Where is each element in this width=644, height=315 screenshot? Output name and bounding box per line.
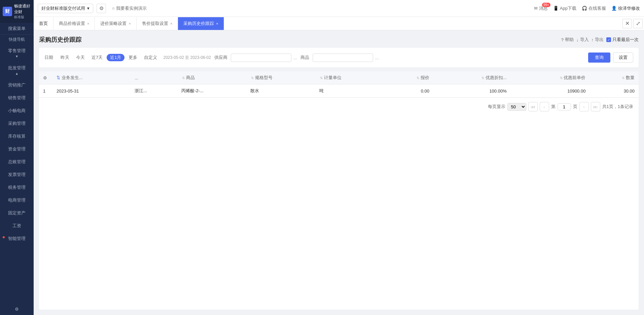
tab-price[interactable]: 商品价格设置 ×: [53, 17, 95, 30]
demo-label: 我要看实例演示: [116, 5, 147, 11]
export-button[interactable]: ↑ 导出: [592, 37, 604, 43]
tab-purchase-strategy[interactable]: 进价策略设置 ×: [95, 17, 136, 30]
help-button[interactable]: ? 帮助: [561, 37, 574, 43]
yesterday-button[interactable]: 昨天: [58, 54, 72, 61]
product-input[interactable]: [313, 54, 373, 62]
last7-button[interactable]: 近7天: [89, 54, 105, 61]
col-more[interactable]: ...: [131, 71, 177, 84]
custom-date-button[interactable]: 自定义: [141, 54, 160, 61]
close-tab-button[interactable]: ✕: [622, 19, 632, 28]
per-page-select[interactable]: 50 100 200: [507, 103, 526, 111]
close-icon[interactable]: ×: [87, 22, 89, 26]
sidebar-item-tax[interactable]: 税务管理: [0, 181, 34, 194]
search-menu[interactable]: 搜索菜单: [0, 23, 34, 35]
sidebar-item-invoice[interactable]: 发票管理: [0, 168, 34, 181]
tab-purchase-strategy-label: 进价策略设置: [100, 21, 127, 27]
sidebar-item-marketing[interactable]: 营销推广: [0, 79, 34, 92]
cell-supplier: 浙江...: [131, 84, 177, 98]
last1m-button[interactable]: 近1月: [107, 54, 124, 61]
sidebar-item-sales-label: 销售管理: [8, 95, 26, 101]
page-content: 采购历史价跟踪 ? 帮助 ↓ 导入 ↑ 导出 ✓ 只: [34, 30, 644, 315]
sidebar-item-salary[interactable]: 工资: [0, 219, 34, 232]
col-config[interactable]: ⚙: [39, 71, 52, 84]
message-icon: ✉: [534, 6, 538, 11]
sidebar-item-retail[interactable]: 零售管理 ▼: [0, 44, 34, 62]
table-row: 1 2023-05-31 浙江... 丙烯酸-2-... 散水 吨 0.00 1…: [39, 84, 639, 98]
sort-icon: ⇅: [560, 76, 563, 80]
col-discount[interactable]: ⇅ 优惠折扣...: [433, 71, 511, 84]
supplier-more-button[interactable]: ...: [293, 55, 297, 60]
cell-date: 2023-05-31: [52, 84, 131, 98]
close-icon[interactable]: ×: [170, 22, 172, 26]
main-area: 好业财标准版交付试用 ▾ ⚙ ○ 我要看实例演示 ✉ 消息 99+ 📱 App下…: [34, 0, 644, 315]
tab-price-extract[interactable]: 售价提取设置 ×: [137, 17, 178, 30]
page-input[interactable]: [558, 103, 571, 110]
app-download-button[interactable]: 📱 App下载: [553, 5, 576, 11]
sidebar-item-finance[interactable]: 资金管理: [0, 143, 34, 155]
cell-discount: 100.00%: [433, 84, 511, 98]
tabs-actions: ✕ ⤢: [622, 19, 644, 28]
demo-link[interactable]: ○ 我要看实例演示: [112, 5, 147, 11]
sidebar-item-wholesale[interactable]: 批发管理 ▲: [0, 62, 34, 79]
product-more-button[interactable]: ...: [375, 55, 379, 60]
query-button[interactable]: 查询: [588, 53, 610, 63]
tab-price-extract-label: 售价提取设置: [142, 21, 168, 27]
per-page-label: 每页显示: [488, 104, 505, 110]
support-button[interactable]: 🎧 在线客服: [582, 5, 606, 11]
sidebar-item-ledger[interactable]: 总账管理: [0, 155, 34, 168]
today-button[interactable]: 今天: [73, 54, 87, 61]
col-unit[interactable]: ⇅ 计量单位: [315, 71, 384, 84]
col-product[interactable]: ⇅ 商品: [177, 71, 246, 84]
col-quantity[interactable]: ⇅ 数量: [589, 71, 639, 84]
version-select[interactable]: 好业财标准版交付试用 ▾: [38, 4, 93, 13]
message-button[interactable]: ✉ 消息 99+: [534, 5, 548, 11]
chevron-down-icon: ▼: [15, 55, 19, 58]
last-page-button[interactable]: ⏭: [591, 102, 600, 111]
tab-price-label: 商品价格设置: [59, 21, 85, 27]
only-last-checkbox[interactable]: ✓ 只看最后一次: [606, 37, 639, 43]
sort-icon: ⇅: [417, 76, 419, 80]
settings-button[interactable]: 设置: [613, 53, 633, 63]
cell-quote: 0.00: [384, 84, 433, 98]
tab-home[interactable]: 首页: [34, 17, 53, 30]
sidebar-item-sales[interactable]: 销售管理: [0, 92, 34, 104]
chevron-up-icon: ▲: [15, 72, 19, 75]
sidebar-item-marketing-label: 营销推广: [8, 82, 26, 88]
user-menu[interactable]: 👤 徐泽华修改: [611, 5, 640, 11]
user-avatar-icon: 👤: [611, 6, 617, 11]
first-page-button[interactable]: ⏮: [528, 102, 538, 111]
sidebar-item-ecommerce[interactable]: 电商管理: [0, 194, 34, 207]
checkbox-icon: ✓: [606, 37, 611, 42]
sidebar-item-ecommerce-small[interactable]: 小畅电商: [0, 104, 34, 117]
tab-history-price-label: 采购历史价跟踪: [183, 21, 214, 27]
data-table: ⚙ ⇅ 业务发生... ... ⇅ 商品: [39, 71, 639, 98]
page-title: 采购历史价跟踪: [39, 36, 81, 44]
close-icon[interactable]: ×: [129, 22, 131, 26]
total-info: 共1页，1条记录: [602, 104, 633, 110]
sidebar-item-inventory[interactable]: 库存核算: [0, 130, 34, 143]
close-icon[interactable]: ×: [216, 22, 218, 26]
more-date-button[interactable]: 更多: [126, 54, 140, 61]
sidebar-item-purchase[interactable]: 采购管理: [0, 117, 34, 130]
cell-unit: 吨: [315, 84, 384, 98]
sidebar-item-smart[interactable]: ● 智能管理: [0, 232, 34, 245]
tab-history-price[interactable]: 采购历史价跟踪 ×: [178, 17, 224, 30]
col-date[interactable]: ⇅ 业务发生...: [52, 71, 131, 84]
next-page-button[interactable]: ›: [579, 102, 589, 111]
prev-page-button[interactable]: ‹: [540, 102, 549, 111]
app-label: App下载: [560, 5, 576, 11]
sidebar-item-fixed-assets[interactable]: 固定资产: [0, 207, 34, 219]
import-button[interactable]: ↓ 导入: [576, 37, 589, 43]
quick-nav[interactable]: 快捷导航: [0, 35, 34, 44]
import-icon: ↓: [576, 37, 579, 42]
col-spec[interactable]: ⇅ 规格型号: [246, 71, 315, 84]
topbar-gear-button[interactable]: ⚙: [97, 4, 106, 13]
supplier-input[interactable]: [231, 54, 291, 62]
page-unit: 页: [573, 104, 577, 110]
sort-icon: ⇅: [481, 76, 484, 80]
help-icon: ?: [561, 37, 564, 42]
col-quote[interactable]: ⇅ 报价: [384, 71, 433, 84]
col-price-before[interactable]: ⇅ 优惠前单价: [511, 71, 590, 84]
maximize-tab-button[interactable]: ⤢: [633, 19, 643, 28]
settings-gear-button[interactable]: ⚙: [0, 303, 34, 315]
